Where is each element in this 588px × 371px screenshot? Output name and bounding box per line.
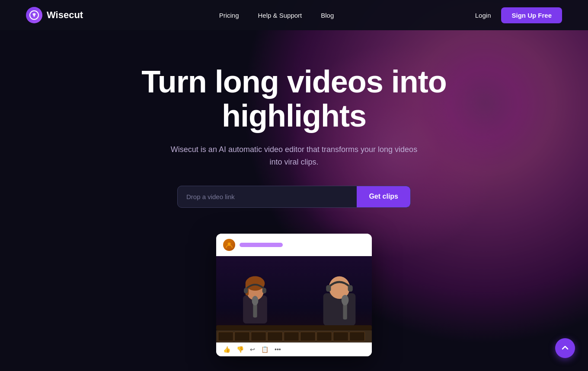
filmstrip-frame (251, 332, 266, 341)
hero-section: Turn long videos into highlights Wisecut… (0, 30, 588, 356)
copy-icon[interactable]: 📋 (261, 346, 268, 353)
share-icon[interactable]: ↩ (250, 346, 255, 353)
nav-pricing[interactable]: Pricing (211, 8, 247, 22)
filmstrip-frame (349, 332, 365, 341)
svg-point-9 (252, 296, 259, 305)
scroll-to-top-button[interactable] (555, 338, 575, 358)
filmstrip-frame (333, 332, 348, 341)
nav-blog[interactable]: Blog (313, 8, 342, 22)
video-thumbnail (216, 256, 372, 342)
video-preview-card: 👍 👎 ↩ 📋 ••• (216, 234, 372, 356)
signup-button[interactable]: Sign Up Free (501, 7, 562, 23)
podcast-scene (216, 256, 372, 342)
filmstrip-frame (316, 332, 332, 341)
more-icon[interactable]: ••• (275, 346, 281, 353)
hero-title: Turn long videos into highlights (78, 65, 510, 133)
dislike-icon[interactable]: 👎 (236, 346, 244, 353)
svg-rect-7 (262, 288, 266, 293)
chevron-up-icon (561, 343, 569, 353)
desk (216, 325, 372, 330)
video-link-input[interactable] (178, 186, 357, 207)
nav-help-support[interactable]: Help & Support (250, 8, 310, 22)
logo-link[interactable]: Wisecut (26, 7, 83, 23)
svg-point-15 (342, 295, 349, 305)
filmstrip-frame (234, 332, 250, 341)
filmstrip-frame (284, 332, 299, 341)
nav-actions: Login Sign Up Free (470, 7, 562, 23)
login-link[interactable]: Login (470, 8, 496, 22)
get-clips-button[interactable]: Get clips (357, 186, 410, 207)
navbar: Wisecut Pricing Help & Support Blog Logi… (0, 0, 588, 30)
filmstrip-frames (216, 331, 367, 342)
svg-rect-6 (244, 288, 248, 293)
filmstrip (216, 330, 372, 342)
filmstrip-frame (267, 332, 283, 341)
filmstrip-frame (218, 332, 233, 341)
person-right (316, 269, 363, 330)
cta-container: Get clips (177, 186, 411, 208)
person-left (233, 273, 277, 330)
logo-icon (26, 7, 42, 23)
filmstrip-frame (300, 332, 316, 341)
svg-rect-12 (326, 285, 331, 292)
avatar (223, 239, 235, 251)
nav-links: Pricing Help & Support Blog (211, 8, 342, 22)
video-actions: 👍 👎 ↩ 📋 ••• (216, 342, 372, 356)
username-bar (240, 243, 283, 247)
video-card-header (216, 234, 372, 256)
logo-text: Wisecut (47, 10, 83, 21)
svg-rect-13 (348, 285, 353, 292)
hero-subtitle: Wisecut is an AI automatic video editor … (164, 143, 424, 168)
like-icon[interactable]: 👍 (223, 346, 230, 353)
